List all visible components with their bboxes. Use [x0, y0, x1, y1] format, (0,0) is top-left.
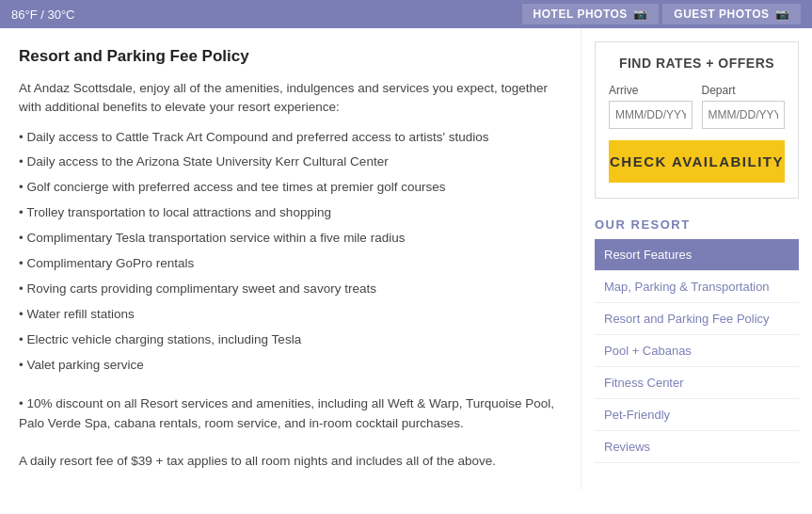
- list-item: Complimentary GoPro rentals: [19, 251, 562, 277]
- resort-nav-item: Fitness Center: [595, 367, 799, 399]
- resort-nav-item: Resort and Parking Fee Policy: [595, 303, 799, 335]
- list-item: Electric vehicle charging stations, incl…: [19, 328, 562, 353]
- resort-nav-link[interactable]: Pet-Friendly: [595, 399, 799, 430]
- find-rates-box: FIND RATES + OFFERS Arrive Depart CHECK …: [595, 41, 799, 199]
- policy-intro: At Andaz Scottsdale, enjoy all of the am…: [19, 79, 562, 118]
- main-content: Resort and Parking Fee Policy At Andaz S…: [0, 28, 812, 490]
- list-item: Roving carts providing complimentary swe…: [19, 277, 562, 302]
- discount-item: 10% discount on all Resort services and …: [19, 391, 562, 437]
- depart-input[interactable]: [702, 101, 786, 129]
- resort-nav-item: Pool + Cabanas: [595, 335, 799, 367]
- resort-nav-link[interactable]: Resort Features: [595, 239, 799, 270]
- resort-nav-link[interactable]: Map, Parking & Transportation: [595, 271, 799, 302]
- amenity-list: Daily access to Cattle Track Art Compoun…: [19, 125, 562, 378]
- arrive-input[interactable]: [609, 101, 693, 129]
- list-item: Daily access to the Arizona State Univer…: [19, 150, 562, 175]
- photo-buttons: HOTEL PHOTOS 📷 GUEST PHOTOS 📷: [522, 4, 801, 24]
- depart-field: Depart: [702, 84, 786, 129]
- hotel-photos-button[interactable]: HOTEL PHOTOS 📷: [522, 4, 660, 24]
- our-resort-section: OUR RESORT Resort FeaturesMap, Parking &…: [595, 217, 799, 463]
- list-item: Trolley transportation to local attracti…: [19, 201, 562, 226]
- arrive-field: Arrive: [609, 84, 693, 129]
- top-bar: 86°F / 30°C HOTEL PHOTOS 📷 GUEST PHOTOS …: [0, 0, 812, 28]
- instagram-icon: 📷: [775, 8, 790, 21]
- list-item: Valet parking service: [19, 353, 562, 378]
- depart-label: Depart: [702, 84, 786, 97]
- camera-icon: 📷: [633, 8, 648, 21]
- resort-fee-note: A daily resort fee of $39 + tax applies …: [19, 452, 562, 471]
- right-column: FIND RATES + OFFERS Arrive Depart CHECK …: [581, 28, 812, 490]
- our-resort-title: OUR RESORT: [595, 217, 799, 232]
- list-item: Daily access to Cattle Track Art Compoun…: [19, 125, 562, 151]
- arrive-label: Arrive: [609, 84, 693, 97]
- left-column: Resort and Parking Fee Policy At Andaz S…: [0, 28, 581, 490]
- resort-nav-link[interactable]: Fitness Center: [595, 367, 799, 398]
- resort-nav-link[interactable]: Resort and Parking Fee Policy: [595, 303, 799, 334]
- resort-nav-item: Map, Parking & Transportation: [595, 271, 799, 303]
- resort-nav-item: Pet-Friendly: [595, 399, 799, 431]
- resort-nav: Resort FeaturesMap, Parking & Transporta…: [595, 239, 799, 463]
- resort-nav-link[interactable]: Reviews: [595, 431, 799, 462]
- check-availability-button[interactable]: CHECK AVAILABILITY: [609, 140, 785, 183]
- date-row: Arrive Depart: [609, 84, 785, 129]
- find-rates-title: FIND RATES + OFFERS: [609, 56, 785, 71]
- resort-nav-link[interactable]: Pool + Cabanas: [595, 335, 799, 366]
- list-item: Complimentary Tesla transportation servi…: [19, 226, 562, 251]
- guest-photos-button[interactable]: GUEST PHOTOS 📷: [662, 4, 801, 24]
- resort-nav-item: Reviews: [595, 431, 799, 463]
- resort-nav-item: Resort Features: [595, 239, 799, 271]
- list-item: Golf concierge with preferred access and…: [19, 175, 562, 201]
- policy-title: Resort and Parking Fee Policy: [19, 47, 562, 66]
- hotel-photos-label: HOTEL PHOTOS: [533, 8, 628, 21]
- temperature-display: 86°F / 30°C: [11, 8, 74, 22]
- guest-photos-label: GUEST PHOTOS: [674, 8, 769, 21]
- list-item: Water refill stations: [19, 302, 562, 328]
